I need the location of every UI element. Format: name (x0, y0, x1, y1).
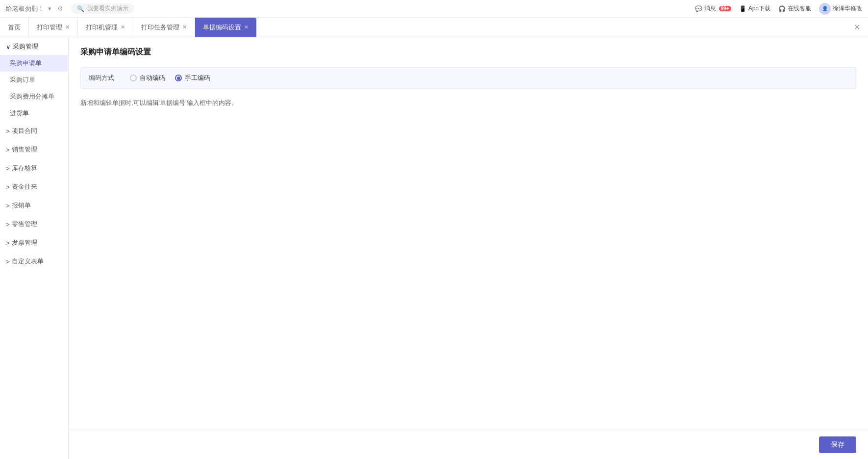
settings-icon[interactable]: ⚙ (57, 5, 63, 12)
page-title: 采购申请单编码设置 (80, 47, 856, 57)
phone-icon: 📱 (739, 5, 746, 12)
chevron-right-icon-custom: > (6, 258, 10, 265)
tab-printer-manage-label: 打印机管理 (86, 23, 118, 32)
chevron-right-icon-inventory: > (6, 165, 10, 172)
sidebar-item-purchase-expense[interactable]: 采购费用分摊单 (0, 88, 68, 105)
sidebar-group-sales-return-label: 报销单 (12, 201, 31, 210)
sidebar-group-capital-label: 资金往来 (12, 182, 37, 191)
sidebar-group-capital[interactable]: > 资金往来 (0, 178, 68, 196)
app-download-button[interactable]: 📱 App下载 (739, 4, 770, 13)
tab-bar: 首页 打印管理 ✕ 打印机管理 ✕ 打印任务管理 ✕ 单据编码设置 ✕ ✕ (0, 18, 868, 37)
tab-home[interactable]: 首页 (0, 18, 29, 37)
sidebar-item-purchase-request[interactable]: 采购申请单 (0, 55, 68, 72)
sidebar-item-purchase-expense-label: 采购费用分摊单 (10, 93, 54, 100)
chevron-right-icon-capital: > (6, 183, 10, 191)
app-download-label: App下载 (748, 4, 770, 13)
tab-barcode-setting-label: 单据编码设置 (203, 23, 241, 32)
sidebar: ∨ 采购管理 采购申请单 采购订单 采购费用分摊单 进货单 > 项目合同 > 销… (0, 37, 69, 459)
sidebar-group-sales-manage[interactable]: > 销售管理 (0, 140, 68, 159)
top-bar-right: 💬 消息 99+ 📱 App下载 🎧 在线客服 👤 徐泽华修改 (695, 3, 862, 15)
radio-auto-coding[interactable]: 自动编码 (130, 74, 165, 82)
sidebar-group-inventory-label: 库存核算 (12, 164, 37, 173)
sidebar-group-invoice-label: 发票管理 (12, 238, 37, 247)
content: 采购申请单编码设置 编码方式 自动编码 手工编码 新增和编辑单据时,可以编辑'单… (69, 37, 868, 459)
online-service-label: 在线客服 (788, 4, 811, 13)
headset-icon: 🎧 (778, 5, 786, 12)
message-label: 消息 (704, 4, 716, 13)
sidebar-item-purchase-order-label: 采购订单 (10, 76, 35, 83)
sidebar-item-incoming-label: 进货单 (10, 109, 29, 117)
global-close-button[interactable]: ✕ (846, 23, 868, 32)
sidebar-item-purchase-order[interactable]: 采购订单 (0, 72, 68, 88)
sidebar-group-custom-form[interactable]: > 自定义表单 (0, 252, 68, 271)
message-button[interactable]: 💬 消息 99+ (695, 4, 731, 13)
radio-manual-circle (175, 75, 182, 81)
tab-barcode-setting-close[interactable]: ✕ (244, 24, 248, 30)
tab-printer-manage-close[interactable]: ✕ (121, 24, 125, 30)
tab-print-manage[interactable]: 打印管理 ✕ (29, 18, 78, 37)
top-bar: 给老板勿删！ ▾ ⚙ 🔍 我要看实例演示 💬 消息 99+ 📱 App下载 🎧 … (0, 0, 868, 18)
tab-printer-manage[interactable]: 打印机管理 ✕ (78, 18, 133, 37)
sidebar-group-sales-manage-label: 销售管理 (12, 145, 37, 154)
search-bar[interactable]: 🔍 我要看实例演示 (71, 3, 134, 14)
message-icon: 💬 (695, 5, 702, 12)
save-button[interactable]: 保存 (819, 436, 856, 453)
auto-coding-label: 自动编码 (140, 74, 165, 82)
chevron-right-icon-project: > (6, 128, 10, 135)
sidebar-group-inventory[interactable]: > 库存核算 (0, 159, 68, 178)
chevron-right-icon-sales-return: > (6, 202, 10, 209)
manual-coding-label: 手工编码 (185, 74, 210, 82)
radio-auto-circle (130, 75, 137, 81)
coding-method-label: 编码方式 (89, 74, 118, 82)
tab-print-manage-label: 打印管理 (37, 23, 62, 32)
sidebar-group-custom-form-label: 自定义表单 (12, 257, 44, 266)
sidebar-group-purchase-manage[interactable]: ∨ 采购管理 (0, 37, 68, 55)
dropdown-icon[interactable]: ▾ (48, 5, 51, 12)
chevron-down-icon: ∨ (6, 43, 11, 51)
bottom-bar: 保存 (69, 430, 868, 459)
sidebar-group-project-contract-label: 项目合同 (12, 127, 37, 135)
sidebar-group-retail[interactable]: > 零售管理 (0, 215, 68, 233)
avatar: 👤 (819, 3, 831, 15)
info-text: 新增和编辑单据时,可以编辑'单据编号'输入框中的内容。 (80, 97, 856, 109)
top-bar-title: 给老板勿删！ (6, 4, 44, 13)
radio-manual-coding[interactable]: 手工编码 (175, 74, 210, 82)
chevron-right-icon-sales: > (6, 146, 10, 153)
sidebar-group-purchase-manage-label: 采购管理 (13, 42, 38, 51)
search-icon: 🔍 (77, 5, 84, 12)
sidebar-group-project-contract[interactable]: > 项目合同 (0, 122, 68, 140)
message-badge: 99+ (719, 6, 731, 11)
user-name: 徐泽华修改 (833, 4, 862, 13)
coding-section: 编码方式 自动编码 手工编码 (80, 67, 856, 89)
main-layout: ∨ 采购管理 采购申请单 采购订单 采购费用分摊单 进货单 > 项目合同 > 销… (0, 37, 868, 459)
sidebar-item-incoming[interactable]: 进货单 (0, 105, 68, 122)
sidebar-group-invoice[interactable]: > 发票管理 (0, 233, 68, 252)
tab-print-task-label: 打印任务管理 (141, 23, 179, 32)
chevron-right-icon-invoice: > (6, 239, 10, 247)
content-inner: 采购申请单编码设置 编码方式 自动编码 手工编码 新增和编辑单据时,可以编辑'单… (69, 37, 868, 430)
top-bar-left: 给老板勿删！ ▾ ⚙ 🔍 我要看实例演示 (6, 3, 134, 14)
sidebar-group-sales-return[interactable]: > 报销单 (0, 196, 68, 215)
tab-barcode-setting[interactable]: 单据编码设置 ✕ (195, 18, 257, 37)
sidebar-group-retail-label: 零售管理 (12, 220, 37, 229)
sidebar-item-purchase-request-label: 采购申请单 (10, 59, 42, 67)
tab-print-task-close[interactable]: ✕ (182, 24, 187, 30)
tab-print-task[interactable]: 打印任务管理 ✕ (133, 18, 195, 37)
search-placeholder: 我要看实例演示 (87, 4, 128, 13)
tab-print-manage-close[interactable]: ✕ (65, 24, 70, 30)
user-avatar-button[interactable]: 👤 徐泽华修改 (819, 3, 862, 15)
radio-group: 自动编码 手工编码 (130, 74, 210, 82)
tab-home-label: 首页 (8, 23, 21, 32)
online-service-button[interactable]: 🎧 在线客服 (778, 4, 811, 13)
chevron-right-icon-retail: > (6, 221, 10, 228)
